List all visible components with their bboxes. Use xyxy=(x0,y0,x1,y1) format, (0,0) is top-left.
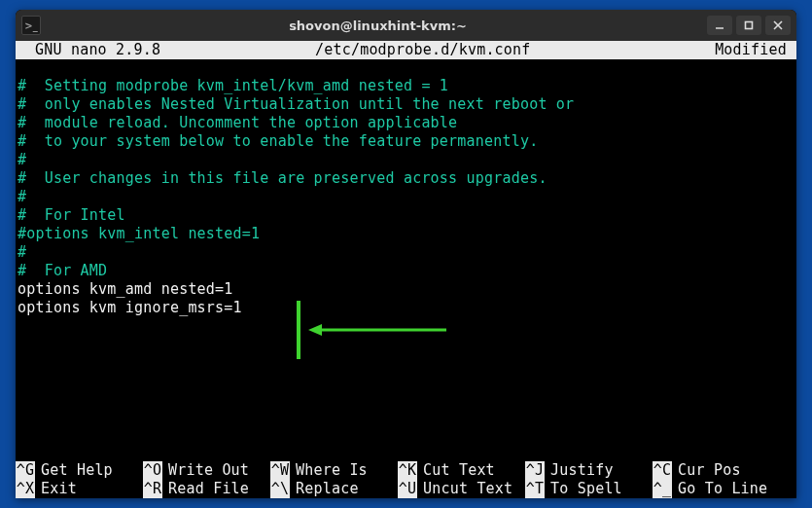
shortcut-key: ^J xyxy=(525,461,545,480)
shortcut-item[interactable]: ^GGet Help xyxy=(16,461,143,480)
editor-comment-line[interactable]: # module reload. Uncomment the option ap… xyxy=(16,114,796,132)
titlebar: >_ shovon@linuxhint-kvm:~ xyxy=(16,10,796,41)
svg-marker-6 xyxy=(308,324,322,336)
shortcut-item[interactable]: ^WWhere Is xyxy=(270,461,398,480)
shortcut-label: Cut Text xyxy=(423,461,495,480)
shortcut-item[interactable]: ^\Replace xyxy=(270,480,398,498)
editor-comment-line[interactable]: # only enables Nested Virtualization unt… xyxy=(16,95,796,114)
svg-rect-1 xyxy=(746,22,753,29)
editor-comment-line[interactable]: # For AMD xyxy=(16,262,796,280)
shortcut-label: Justify xyxy=(550,461,614,480)
shortcut-key: ^\ xyxy=(270,480,290,498)
shortcut-label: Read File xyxy=(168,480,249,498)
shortcut-item[interactable]: ^OWrite Out xyxy=(143,461,270,480)
nano-filename: /etc/modprobe.d/kvm.conf xyxy=(307,41,680,59)
shortcut-item[interactable]: ^CCur Pos xyxy=(653,461,780,480)
shortcut-key: ^_ xyxy=(653,480,672,498)
minimize-button[interactable] xyxy=(707,16,732,35)
shortcut-key: ^K xyxy=(398,461,417,480)
shortcut-item[interactable]: ^TTo Spell xyxy=(525,480,653,498)
shortcut-key: ^R xyxy=(143,480,162,498)
shortcut-key: ^W xyxy=(270,461,290,480)
shortcut-key: ^O xyxy=(143,461,162,480)
shortcut-label: Go To Line xyxy=(678,480,767,498)
window-title: shovon@linuxhint-kvm:~ xyxy=(49,18,707,33)
shortcut-label: Uncut Text xyxy=(423,480,512,498)
editor-comment-line[interactable]: # For Intel xyxy=(16,206,796,225)
nano-shortcut-bar: ^GGet Help^OWrite Out^WWhere Is^KCut Tex… xyxy=(16,461,796,498)
nano-app-version: GNU nano 2.9.8 xyxy=(16,41,307,59)
editor-comment-line[interactable]: # xyxy=(16,188,796,206)
nano-status-bar: GNU nano 2.9.8 /etc/modprobe.d/kvm.conf … xyxy=(16,41,796,59)
shortcut-label: Replace xyxy=(296,480,359,498)
terminal-window: >_ shovon@linuxhint-kvm:~ GNU nano 2.9.8… xyxy=(16,10,796,498)
close-icon xyxy=(773,20,783,30)
shortcut-key: ^C xyxy=(653,461,672,480)
shortcut-item[interactable]: ^JJustify xyxy=(525,461,653,480)
terminal-app-icon: >_ xyxy=(21,16,41,35)
minimize-icon xyxy=(715,20,724,30)
shortcut-row-1: ^GGet Help^OWrite Out^WWhere Is^KCut Tex… xyxy=(16,461,796,480)
shortcut-item[interactable]: ^XExit xyxy=(16,480,143,498)
editor-comment-line[interactable]: # to your system below to enable the fea… xyxy=(16,132,796,151)
shortcut-row-2: ^XExit^RRead File^\Replace^UUncut Text^T… xyxy=(16,480,796,498)
shortcut-item[interactable]: ^RRead File xyxy=(143,480,270,498)
shortcut-item[interactable]: ^KCut Text xyxy=(398,461,525,480)
editor-code-line[interactable]: options kvm_amd nested=1 xyxy=(16,280,796,299)
shortcut-key: ^U xyxy=(398,480,417,498)
shortcut-label: Where Is xyxy=(296,461,368,480)
shortcut-label: Exit xyxy=(41,480,77,498)
shortcut-label: To Spell xyxy=(550,480,622,498)
shortcut-key: ^T xyxy=(525,480,545,498)
terminal-body[interactable]: GNU nano 2.9.8 /etc/modprobe.d/kvm.conf … xyxy=(16,41,796,498)
shortcut-key: ^G xyxy=(16,461,35,480)
nano-state: Modified xyxy=(680,41,796,59)
editor-code-line[interactable]: options kvm ignore_msrs=1 xyxy=(16,299,796,317)
shortcut-key: ^X xyxy=(16,480,35,498)
window-controls xyxy=(707,16,791,35)
shortcut-label: Cur Pos xyxy=(678,461,741,480)
editor-comment-line[interactable]: # Setting modprobe kvm_intel/kvm_amd nes… xyxy=(16,77,796,95)
nano-editor-content[interactable]: # Setting modprobe kvm_intel/kvm_amd nes… xyxy=(16,59,796,317)
shortcut-label: Get Help xyxy=(41,461,113,480)
editor-comment-line[interactable]: #options kvm_intel nested=1 xyxy=(16,225,796,243)
close-button[interactable] xyxy=(765,16,791,35)
editor-comment-line[interactable]: # xyxy=(16,151,796,169)
maximize-icon xyxy=(744,20,754,30)
maximize-button[interactable] xyxy=(736,16,761,35)
editor-comment-line[interactable]: # xyxy=(16,243,796,262)
shortcut-item[interactable]: ^_Go To Line xyxy=(653,480,780,498)
shortcut-label: Write Out xyxy=(168,461,249,480)
editor-comment-line[interactable]: # User changes in this file are preserve… xyxy=(16,169,796,188)
shortcut-item[interactable]: ^UUncut Text xyxy=(398,480,525,498)
